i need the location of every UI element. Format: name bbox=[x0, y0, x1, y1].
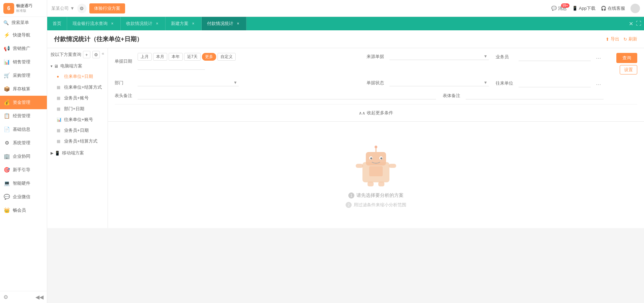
date-custom-btn[interactable]: 自定义 bbox=[217, 53, 236, 61]
scheme-item-partner-account[interactable]: 📊 往来单位+账号 bbox=[47, 114, 108, 125]
page-content: 付款情况统计（往来单位+日期） ⬆ 导出 ↻ 刷新 按以下方案查询 bbox=[47, 30, 644, 303]
tab-close-new-scheme[interactable]: × bbox=[191, 21, 196, 26]
settings-icon[interactable]: ⚙ bbox=[3, 294, 8, 300]
user-avatar[interactable] bbox=[631, 4, 640, 13]
desktop-group-header[interactable]: ▾ 🖥 电脑端方案 bbox=[47, 61, 108, 71]
scheme-panel: 按以下方案查询 + ⚙ « bbox=[47, 48, 108, 228]
dept-dropdown-icon: ▼ bbox=[233, 80, 237, 85]
sidebar-item-enterprise[interactable]: 🏢 企业协同 bbox=[0, 150, 47, 163]
tab-new-scheme[interactable]: 新建方案 × bbox=[166, 17, 202, 30]
svg-rect-12 bbox=[369, 166, 383, 176]
sidebar-item-purchase[interactable]: 🛒 采购管理 bbox=[0, 69, 47, 82]
add-scheme-btn[interactable]: + bbox=[83, 51, 90, 58]
date-last-month-btn[interactable]: 上月 bbox=[138, 53, 152, 61]
guide-icon: 🎯 bbox=[3, 166, 10, 173]
app-download-btn[interactable]: 📱 App下载 bbox=[572, 5, 595, 11]
date-this-year-btn[interactable]: 本年 bbox=[169, 53, 183, 61]
scheme-item-partner-date[interactable]: ● 往来单位+日期 bbox=[47, 71, 108, 82]
enterprise-icon: 🏢 bbox=[3, 153, 10, 160]
filter-row-3: 表头备注 表体备注 bbox=[115, 92, 637, 99]
scheme-item-staff-settlement[interactable]: ▦ 业务员+结算方式 bbox=[47, 136, 108, 147]
tab-bank-flow[interactable]: 现金银行流水查询 × bbox=[67, 17, 121, 30]
tab-home[interactable]: 首页 bbox=[47, 17, 67, 30]
scheme-item-staff-account[interactable]: ▦ 业务员+账号 bbox=[47, 93, 108, 103]
empty-hint-2: 2 用过滤条件来缩小分析范围 bbox=[346, 202, 406, 208]
tab-close-receipts-stat[interactable]: × bbox=[154, 21, 160, 26]
partner-ellipsis-btn[interactable]: … bbox=[593, 80, 604, 86]
sidebar-item-member[interactable]: 👑 畅会员 bbox=[0, 204, 47, 217]
sidebar-item-basic-info[interactable]: 📄 基础信息 bbox=[0, 123, 47, 136]
header-note-input[interactable] bbox=[138, 92, 436, 99]
sidebar-item-wechat[interactable]: 💬 企业微信 bbox=[0, 190, 47, 204]
date-more-btn[interactable]: 更多 bbox=[202, 53, 216, 61]
empty-state: 1 请先选择要分析的方案 2 用过滤条件来缩小分析范围 bbox=[108, 122, 644, 228]
marketing-icon: 📢 bbox=[3, 45, 10, 52]
collapse-sidebar-icon[interactable]: ◀◀ bbox=[35, 294, 43, 300]
maximize-btn[interactable]: ⛶ bbox=[636, 21, 641, 27]
mobile-arrow-icon: ▶ bbox=[51, 151, 53, 155]
message-icon: 💬 bbox=[551, 6, 557, 11]
sidebar-item-marketing[interactable]: 📢 营销推广 bbox=[0, 42, 47, 55]
page-title: 付款情况统计（往来单位+日期） bbox=[54, 35, 143, 43]
tab-payment-stat[interactable]: 付款情况统计 × bbox=[202, 17, 246, 30]
topbar-left: 某某公司 ▼ ⚙ 体验行业方案 bbox=[51, 3, 549, 13]
search-menu[interactable]: 🔍 搜索菜单 bbox=[0, 17, 47, 28]
sidebar-item-operations[interactable]: 📋 经营管理 bbox=[0, 109, 47, 123]
staff-ellipsis-btn[interactable]: … bbox=[593, 54, 604, 60]
close-all-tabs-btn[interactable]: ✕ bbox=[629, 21, 633, 27]
refresh-btn[interactable]: ↻ 刷新 bbox=[623, 36, 637, 42]
svg-rect-9 bbox=[378, 182, 384, 186]
sidebar-item-quick-nav[interactable]: ⚡ 快捷导航 bbox=[0, 28, 47, 42]
date-7days-btn[interactable]: 近7天 bbox=[184, 53, 201, 61]
scheme-collapse-btn[interactable]: « bbox=[102, 51, 104, 58]
date-this-month-btn[interactable]: 本月 bbox=[153, 53, 167, 61]
scheme-settings-btn[interactable]: ⚙ bbox=[92, 51, 100, 58]
main-body: 按以下方案查询 + ⚙ « bbox=[47, 48, 644, 228]
tab-close-bank-flow[interactable]: × bbox=[110, 21, 115, 26]
export-btn[interactable]: ⬆ 导出 bbox=[606, 36, 619, 42]
source-select[interactable]: ▼ bbox=[389, 53, 489, 60]
filter-group-date: 单据日期 上月 本月 本年 近7天 更多 自定义 2022-01-01 至 20… bbox=[115, 53, 360, 70]
filter-setting-btn[interactable]: 设置 bbox=[620, 65, 637, 74]
sidebar-item-inventory[interactable]: 📦 库存核算 bbox=[0, 82, 47, 96]
dept-select[interactable]: ▼ bbox=[138, 79, 239, 86]
operations-icon: 📋 bbox=[3, 113, 10, 119]
query-btn[interactable]: 查询 bbox=[616, 53, 637, 63]
body-note-input[interactable] bbox=[466, 92, 604, 99]
svg-point-5 bbox=[380, 157, 382, 159]
sidebar-item-system[interactable]: ⚙ 系统管理 bbox=[0, 136, 47, 150]
company-selector[interactable]: 某某公司 ▼ bbox=[51, 5, 75, 11]
doc-status-select[interactable]: ▼ bbox=[389, 79, 489, 86]
scheme-item-dept-date[interactable]: ▦ 部门+日期 bbox=[47, 103, 108, 114]
system-icon: ⚙ bbox=[3, 140, 10, 146]
inventory-icon: 📦 bbox=[3, 86, 10, 92]
filter-group-dept: 部门 ▼ bbox=[115, 79, 360, 86]
partner-label: 往来单位 bbox=[496, 80, 516, 86]
filter-group-header-note: 表头备注 bbox=[115, 92, 436, 99]
filter-group-partner: 往来单位 … bbox=[496, 79, 604, 87]
mobile-group-header[interactable]: ▶ 📱 移动端方案 bbox=[47, 148, 108, 158]
date-filter-content: 上月 本月 本年 近7天 更多 自定义 2022-01-01 至 2022-12… bbox=[138, 53, 360, 70]
topbar-settings-btn[interactable]: ⚙ bbox=[77, 4, 87, 13]
sidebar-item-finance[interactable]: 💰 资金管理 bbox=[0, 96, 47, 109]
sidebar-item-guide[interactable]: 🎯 新手引导 bbox=[0, 163, 47, 177]
sidebar-item-hardware[interactable]: 💻 智能硬件 bbox=[0, 177, 47, 190]
trial-button[interactable]: 体验行业方案 bbox=[89, 3, 125, 13]
doc-status-label: 单据状态 bbox=[367, 80, 387, 86]
online-support-btn[interactable]: 🎧 在线客服 bbox=[601, 5, 625, 11]
tab-receipts-stat[interactable]: 收款情况统计 × bbox=[121, 17, 166, 30]
collapse-more-btn[interactable]: ∧∧ 收起更多条件 bbox=[356, 107, 396, 119]
svg-point-11 bbox=[375, 146, 377, 148]
scheme-item-partner-settlement[interactable]: ▦ 往来单位+结算方式 bbox=[47, 82, 108, 93]
scheme-item-staff-date[interactable]: ▦ 业务员+日期 bbox=[47, 125, 108, 136]
sidebar-item-sales[interactable]: 📊 销售管理 bbox=[0, 55, 47, 69]
date-range-input[interactable]: 2022-01-01 至 2022-12-31 bbox=[138, 63, 205, 70]
scheme-panel-actions: + ⚙ « bbox=[83, 51, 104, 58]
desktop-scheme-group: ▾ 🖥 电脑端方案 ● 往来单位+日期 ▦ 往来单位+结算方式 ▦ 业务员 bbox=[47, 61, 108, 147]
desktop-icon: 🖥 bbox=[54, 64, 58, 69]
notifications-btn[interactable]: 💬 消息 99+ bbox=[551, 5, 567, 11]
filter-group-source: 来源单据 ▼ bbox=[367, 53, 489, 60]
tab-close-payment-stat[interactable]: × bbox=[235, 21, 241, 26]
topbar: 某某公司 ▼ ⚙ 体验行业方案 💬 消息 99+ 📱 App下载 🎧 在线客服 bbox=[47, 0, 644, 17]
filter-row-1: 单据日期 上月 本月 本年 近7天 更多 自定义 2022-01-01 至 20… bbox=[115, 53, 637, 74]
